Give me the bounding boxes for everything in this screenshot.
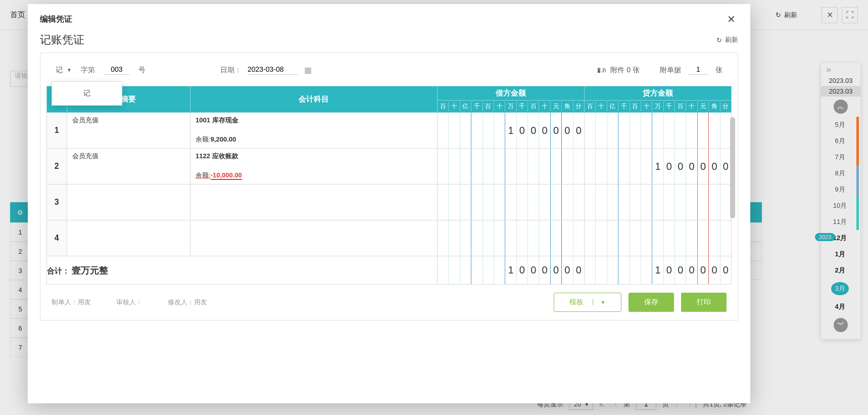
subject-cell[interactable]: 1001 库存现金余额:9,200.00	[190, 113, 438, 149]
calendar-icon[interactable]: ▦	[304, 65, 312, 75]
voucher-table: 摘要 会计科目 借方金额 贷方金额 百十亿千百十万千百十元角分 百十亿千百十万千…	[46, 86, 732, 285]
col-debit: 借方金额	[437, 86, 584, 101]
col-credit-units: 百十亿千百十万千百十元角分	[584, 101, 731, 113]
subject-cell[interactable]	[190, 185, 438, 220]
voucher-date-input[interactable]	[248, 65, 298, 75]
voucher-footer: 制单人：用友 审核人： 修改人：用友 模板 ▼ 保存 打印	[46, 285, 732, 314]
attachment-link[interactable]: �ភ 附件 0 张	[597, 66, 640, 75]
subject-cell[interactable]	[190, 220, 438, 256]
voucher-panel: 记 ▼ 字第 号 日期： ▦ �ភ 附件 0 张 附单	[40, 53, 738, 320]
auditor-label: 审核人：	[116, 298, 142, 306]
debit-cell[interactable]	[437, 149, 584, 185]
voucher-refresh-button[interactable]: ↻ 刷新	[716, 35, 738, 44]
voucher-row[interactable]: 1会员充值1001 库存现金余额:9,200.001000000	[47, 113, 732, 149]
danju-count-input[interactable]	[688, 65, 708, 75]
refresh-icon: ↻	[716, 36, 722, 44]
voucher-row[interactable]: 2会员充值1122 应收账款余额:-10,000.001000000	[47, 149, 732, 185]
modifier-label: 修改人：	[168, 298, 194, 306]
maker-value: 用友	[78, 298, 91, 306]
chevron-down-icon: ▼	[67, 67, 72, 73]
total-debit: 1000000	[437, 256, 584, 285]
row-number: 1	[47, 113, 67, 149]
credit-cell[interactable]: 1000000	[584, 149, 731, 185]
edit-voucher-modal: 编辑凭证 ✕ 记账凭证 ↻ 刷新 记 ▼ 字第 号 日期：	[28, 4, 750, 403]
dropdown-option[interactable]: 记	[52, 82, 122, 105]
total-text: 壹万元整	[72, 265, 108, 275]
total-credit: 1000000	[584, 256, 731, 285]
col-subject: 会计科目	[190, 86, 438, 113]
summary-cell[interactable]	[67, 220, 190, 256]
save-button[interactable]: 保存	[629, 293, 674, 312]
summary-cell[interactable]: 会员充值	[67, 149, 190, 185]
close-icon[interactable]: ✕	[724, 13, 738, 25]
zhang-label: 张	[715, 66, 722, 75]
modal-header: 编辑凭证 ✕	[28, 4, 750, 32]
debit-cell[interactable]	[437, 185, 584, 220]
voucher-type-dropdown[interactable]: 记 ▼	[56, 66, 72, 75]
col-credit: 贷方金额	[584, 86, 731, 101]
voucher-number-input[interactable]	[104, 65, 129, 75]
col-debit-units: 百十亿千百十万千百十元角分	[437, 101, 584, 113]
template-button[interactable]: 模板 ▼	[554, 293, 621, 312]
subject-cell[interactable]: 1122 应收账款余额:-10,000.00	[190, 149, 438, 185]
debit-cell[interactable]: 1000000	[437, 113, 584, 149]
modal-title: 编辑凭证	[40, 14, 72, 25]
voucher-row[interactable]: 3	[47, 185, 732, 220]
zidi-label: 字第	[81, 66, 95, 75]
voucher-row[interactable]: 4	[47, 220, 732, 256]
maker-label: 制单人：	[52, 298, 78, 306]
print-button[interactable]: 打印	[681, 293, 727, 312]
debit-cell[interactable]	[437, 220, 584, 256]
row-number: 2	[47, 149, 67, 185]
credit-cell[interactable]	[584, 113, 731, 149]
total-label: 合计：	[47, 266, 70, 275]
scrollbar[interactable]	[730, 117, 735, 335]
danju-label: 附单据	[660, 66, 681, 75]
row-number: 3	[47, 185, 67, 220]
chevron-down-icon[interactable]: ▼	[593, 299, 606, 305]
date-label: 日期：	[220, 66, 242, 75]
voucher-head: 记账凭证 ↻ 刷新	[40, 32, 738, 48]
credit-cell[interactable]	[584, 220, 731, 256]
total-row: 合计： 壹万元整 1000000 1000000	[47, 256, 732, 285]
voucher-title: 记账凭证	[40, 32, 84, 48]
hao-label: 号	[138, 66, 146, 75]
modifier-value: 用友	[194, 298, 207, 306]
row-number: 4	[47, 220, 67, 256]
voucher-form-row: 记 ▼ 字第 号 日期： ▦ �ភ 附件 0 张 附单	[46, 61, 732, 86]
credit-cell[interactable]	[584, 185, 731, 220]
summary-cell[interactable]	[67, 185, 190, 220]
summary-cell[interactable]: 会员充值	[67, 113, 190, 149]
voucher-type-dropdown-menu: 记	[52, 81, 122, 106]
attachment-icon: �ភ	[597, 66, 607, 74]
